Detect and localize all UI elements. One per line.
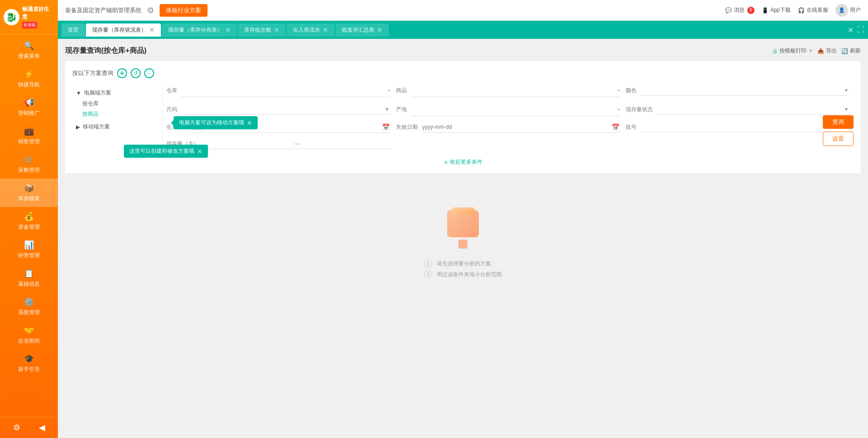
query-add-button[interactable]: + xyxy=(117,68,127,78)
box-detail xyxy=(458,240,467,249)
tab-inventory-dist-label: 现存量（库存分布表） xyxy=(168,26,222,34)
trial-button[interactable]: 体验行业方案 xyxy=(160,4,208,17)
tab-home[interactable]: 首页 xyxy=(61,24,85,37)
expire-date-label: 失效日期 xyxy=(396,123,418,131)
origin-label: 产地 xyxy=(396,106,407,113)
header-left: 装备及固定资产辅助管理系统 ⚙ 体验行业方案 xyxy=(65,4,208,17)
sidebar-item-guide-label: 新手引导 xyxy=(18,366,40,373)
sales-nav-icon: 💼 xyxy=(24,126,34,136)
message-icon: 💬 xyxy=(725,7,732,14)
print-action[interactable]: 🖨 按模板打印 ▼ xyxy=(772,47,813,55)
tab-inventory-dist[interactable]: 现存量（库存分布表） ✕ xyxy=(162,24,237,37)
main-area: 装备及固定资产辅助管理系统 ⚙ 体验行业方案 💬 消息 9 📱 App下载 🎧 … xyxy=(58,0,868,438)
mobile-scheme-header[interactable]: ▶ 移动端方案 xyxy=(72,121,162,132)
goods-input[interactable] xyxy=(411,87,617,94)
expire-date-input-wrapper[interactable]: 📅 xyxy=(421,122,620,133)
app-download-action[interactable]: 📱 App下载 xyxy=(762,6,791,14)
sidebar-item-enterprise[interactable]: 🤝 企业协同 xyxy=(0,321,58,349)
produce-date-calendar-icon[interactable]: 📅 xyxy=(382,123,390,131)
sidebar-item-guide[interactable]: 🎓 新手引导 xyxy=(0,349,58,378)
tab-batch[interactable]: 库存批次账 ✕ xyxy=(238,24,286,37)
tab-inout[interactable]: 出入库流水 ✕ xyxy=(287,24,335,37)
sidebar-item-inventory[interactable]: 📦 库存核算 xyxy=(0,179,58,207)
tab-inventory-status[interactable]: 现存量（库存状况表） ✕ xyxy=(86,24,161,37)
expire-date-field: 失效日期 📅 xyxy=(396,122,620,133)
scheme-item-warehouse[interactable]: 按仓库 xyxy=(72,99,162,109)
page-title: 现存量查询(按仓库+商品) xyxy=(65,46,146,56)
sidebar-item-inventory-label: 库存核算 xyxy=(18,195,40,203)
stock-status-select-wrapper[interactable]: ▼ xyxy=(656,104,850,115)
scheme-tooltip-close[interactable]: ✕ xyxy=(247,119,252,127)
settings-gear-icon[interactable]: ⚙ xyxy=(147,5,154,15)
tab-close-all-icon[interactable]: ✕ xyxy=(848,26,854,34)
scheme-tooltip-text: 电脑方案可设为移动方案哦 xyxy=(179,119,244,127)
sidebar-item-sales[interactable]: 💼 销售管理 xyxy=(0,122,58,150)
user-label: 用户 xyxy=(850,6,861,14)
goods-dots: ··· xyxy=(617,85,619,95)
inventory-nav-icon: 📦 xyxy=(24,183,34,193)
desktop-scheme-header[interactable]: ▼ 电脑端方案 xyxy=(72,87,162,99)
content-area: 现存量查询(按仓库+商品) 🖨 按模板打印 ▼ 📤 导出 🔄 刷新 xyxy=(58,39,868,438)
sidebar-item-system[interactable]: ⚙️ 系统管理 xyxy=(0,292,58,321)
collapse-button[interactable]: ∧ 收起更多条件 xyxy=(72,158,854,166)
marketing-nav-icon: 📢 xyxy=(24,98,34,108)
refresh-action[interactable]: 🔄 刷新 xyxy=(841,47,861,55)
tab-expand-icon[interactable]: ⛶ xyxy=(857,26,864,34)
sidebar-item-basic[interactable]: 📋 基础信息 xyxy=(0,264,58,292)
sidebar-item-purchase-label: 采购管理 xyxy=(18,166,40,174)
app-download-label: App下载 xyxy=(770,6,791,14)
user-action[interactable]: 👤 用户 xyxy=(835,4,861,17)
sidebar-item-marketing[interactable]: 📢 营销推广 xyxy=(0,93,58,122)
batch-input-wrapper[interactable] xyxy=(640,122,850,132)
batch-input[interactable] xyxy=(641,124,849,130)
inventory-min-input[interactable] xyxy=(203,141,292,147)
edit-tooltip-close[interactable]: ✕ xyxy=(197,148,203,155)
tab-batch-close[interactable]: ✕ xyxy=(274,27,279,33)
origin-dots: ··· xyxy=(617,104,619,114)
reset-button[interactable]: 设置 xyxy=(823,132,854,146)
query-buttons: 查询 设置 xyxy=(823,115,854,146)
search-button[interactable]: 查询 xyxy=(823,115,854,129)
operation-nav-icon: 📊 xyxy=(24,240,34,250)
sidebar-item-quick[interactable]: ⚡ 快捷导航 xyxy=(0,65,58,93)
color-select-wrapper[interactable]: ▼ xyxy=(640,85,850,96)
goods-input-wrapper[interactable]: ··· xyxy=(410,84,620,97)
tab-inventory-dist-close[interactable]: ✕ xyxy=(225,27,231,33)
inventory-max-input[interactable] xyxy=(303,141,392,147)
sidebar-item-operation[interactable]: 📊 经营管理 xyxy=(0,235,58,264)
collapse-sidebar-icon[interactable]: ◀ xyxy=(39,423,45,433)
refresh-icon: 🔄 xyxy=(841,48,848,54)
expire-date-input[interactable] xyxy=(422,124,612,130)
query-refresh-button[interactable]: ↺ xyxy=(131,68,141,78)
sidebar: 🐉 畅通道好生意 标准版 🔍 搜索菜单 ⚡ 快捷导航 📢 营销推广 💼 销售管理 xyxy=(0,0,58,438)
tab-collect-close[interactable]: ✕ xyxy=(377,27,382,33)
export-label: 导出 xyxy=(826,47,837,55)
desktop-scheme-group: ▼ 电脑端方案 按仓库 按商品 xyxy=(72,87,162,119)
sidebar-item-purchase[interactable]: 🛒 采购管理 xyxy=(0,150,58,179)
online-support-action[interactable]: 🎧 在线客服 xyxy=(798,6,828,14)
box-lid xyxy=(452,207,474,215)
export-icon: 📤 xyxy=(817,48,824,54)
warehouse-input-wrapper[interactable]: ··· xyxy=(181,84,391,97)
warehouse-dots: ··· xyxy=(387,85,390,95)
query-back-button[interactable]: ← xyxy=(144,68,154,78)
headset-icon: 🎧 xyxy=(798,7,805,14)
size-select-wrapper[interactable]: ▼ xyxy=(181,104,391,115)
tab-collect[interactable]: 收发存汇总表 ✕ xyxy=(335,24,389,37)
settings-bottom-icon[interactable]: ⚙ xyxy=(13,423,20,433)
message-action[interactable]: 💬 消息 9 xyxy=(725,6,755,14)
inventory-range-wrapper[interactable]: — xyxy=(203,138,392,149)
tab-inventory-status-close[interactable]: ✕ xyxy=(149,27,155,33)
sidebar-item-basic-label: 基础信息 xyxy=(18,280,40,288)
scheme-item-goods[interactable]: 按商品 xyxy=(72,109,162,119)
warehouse-input[interactable] xyxy=(182,87,387,94)
origin-select-wrapper[interactable]: ··· xyxy=(410,103,620,116)
tab-inout-close[interactable]: ✕ xyxy=(323,27,328,33)
sidebar-item-finance[interactable]: 💰 资金管理 xyxy=(0,207,58,235)
size-label: 尺码 xyxy=(166,106,177,113)
expire-date-calendar-icon[interactable]: 📅 xyxy=(612,123,619,131)
sidebar-item-search[interactable]: 🔍 搜索菜单 xyxy=(0,36,58,65)
export-action[interactable]: 📤 导出 xyxy=(817,47,837,55)
edit-tooltip: 这里可以创建和修改方案哦 ✕ xyxy=(124,145,208,158)
tab-inventory-status-label: 现存量（库存状况表） xyxy=(92,26,146,34)
